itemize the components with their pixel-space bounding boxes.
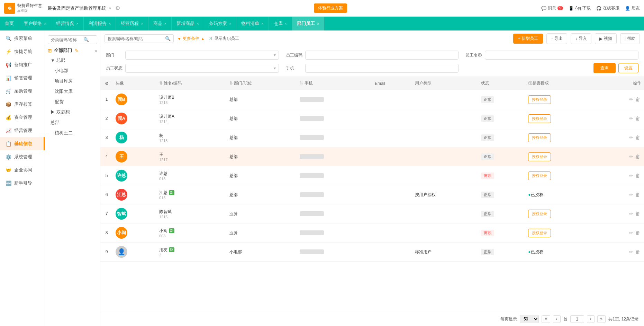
edit-icon-6[interactable]: ✏ [629,211,633,217]
nav-tab-利润报告[interactable]: 利润报告× [84,17,116,30]
nav-tab-物料清单[interactable]: 物料清单× [236,17,269,30]
sidebar-item-basic[interactable]: 📋基础信息 [0,137,45,150]
sidebar-item-inventory[interactable]: 📦库存核算 [0,98,45,111]
close-tab-icon[interactable]: × [109,21,111,26]
dept-edit-icon[interactable]: ✎ [75,48,79,53]
message-item[interactable]: 💬 消息 5 [541,5,563,11]
col-name[interactable]: ⇅ 姓名/编码 [156,77,227,90]
nav-tab-客户联络[interactable]: 客户联络× [19,17,51,30]
delete-icon-7[interactable]: 🗑 [635,230,640,236]
all-dept-label[interactable]: 全部部门 [54,47,72,54]
search-input[interactable] [108,36,163,41]
dept-tree-item-2[interactable]: 项目库房 [45,76,100,86]
page-input[interactable] [570,315,584,323]
sidebar-item-quick[interactable]: ⚡快捷导航 [0,45,45,58]
sidebar-item-sales[interactable]: 📊销售管理 [0,71,45,85]
auth-button-7[interactable]: 授权登录 [528,229,551,237]
delete-icon-1[interactable]: 🗑 [635,116,640,121]
dept-grid-icon[interactable]: ⊞ [48,48,52,53]
app-download-item[interactable]: 📱 App下载 [569,5,591,11]
delete-icon-4[interactable]: 🗑 [635,173,640,178]
show-inactive-checkbox[interactable]: ☑ [208,36,212,41]
search-button[interactable]: 查询 [593,63,616,73]
system-dropdown-icon[interactable]: ▾ [109,6,111,11]
close-tab-icon[interactable]: × [229,21,231,26]
add-employee-button[interactable]: + 新增员工 [513,34,543,44]
edit-icon-2[interactable]: ✏ [629,135,633,140]
dept-tree-item-3[interactable]: 沈阳大库 [45,86,100,97]
more-filter-btn[interactable]: ▼ 更多条件 ▲ [177,36,205,42]
delete-icon-5[interactable]: 🗑 [635,192,640,197]
view-button[interactable]: ▶ 视频 [595,33,617,44]
edit-icon-4[interactable]: ✏ [629,173,633,178]
close-tab-icon[interactable]: × [285,21,287,26]
sidebar-item-system[interactable]: ⚙️系统管理 [0,150,45,164]
close-tab-icon[interactable]: × [317,21,319,26]
col-phone[interactable]: ⇅ 手机 [297,77,372,90]
edit-icon-1[interactable]: ✏ [629,116,633,121]
dept-tree-item-7[interactable]: 植树王二 [45,128,100,138]
auth-button-2[interactable]: 授权登录 [528,133,551,142]
online-service-item[interactable]: 🎧 在线客服 [596,5,619,11]
dept-tree-item-6[interactable]: 总部 [45,117,100,128]
dept-search-icon[interactable]: 🔍 [83,37,89,42]
auth-button-3[interactable]: 授权登录 [528,152,551,161]
import-button[interactable]: ↓ 导入 [571,33,591,44]
dept-filter-select[interactable]: ▾ [125,51,279,60]
sidebar-item-finance[interactable]: 💰资金管理 [0,111,45,124]
nav-tab-商品[interactable]: 商品× [148,17,172,30]
sidebar-item-operation[interactable]: 📈经营管理 [0,124,45,137]
prev-page-btn[interactable]: ‹ [553,315,561,323]
delete-icon-6[interactable]: 🗑 [635,211,640,217]
col-settings[interactable]: ⚙ [100,77,113,90]
nav-tab-经营历程[interactable]: 经营历程× [116,17,148,30]
dept-tree-item-5[interactable]: ▶ 双鹿想 [45,107,100,117]
delete-icon-8[interactable]: 🗑 [635,249,640,255]
sidebar-item-purchase[interactable]: 🛒采购管理 [0,85,45,98]
nav-tab-仓库[interactable]: 仓库× [269,17,292,30]
auth-button-4[interactable]: 授权登录 [528,171,551,180]
delete-icon-2[interactable]: 🗑 [635,135,640,140]
nav-tab-部门员工[interactable]: 部门员工× [292,17,324,30]
auth-button-1[interactable]: 授权登录 [528,114,551,123]
delete-icon-3[interactable]: 🗑 [635,154,640,159]
close-tab-icon[interactable]: × [76,21,78,26]
dept-collapse-btn[interactable]: « [94,48,97,53]
show-inactive-wrap[interactable]: ☑ 显示离职员工 [208,36,239,42]
close-tab-icon[interactable]: × [44,21,46,26]
empstatus-filter-select[interactable]: ▾ [125,64,279,73]
first-page-btn[interactable]: « [542,315,550,323]
export-button[interactable]: ↑ 导出 [546,33,567,44]
empname-filter-input[interactable] [485,51,638,60]
close-tab-icon[interactable]: × [164,21,166,26]
sidebar-item-marketing[interactable]: 📢营销推广 [0,58,45,71]
next-page-btn[interactable]: › [587,315,595,323]
settings-button[interactable]: 设置 [618,63,638,73]
sidebar-item-search[interactable]: 🔍搜索菜单 [0,32,45,45]
edit-icon-5[interactable]: ✏ [629,192,633,197]
phone-filter-input[interactable] [305,64,459,73]
col-dept[interactable]: ⇅ 部门/职位 [227,77,297,90]
dept-search-input[interactable] [51,37,82,42]
settings-icon[interactable]: ⚙ [115,5,120,11]
sidebar-item-guide[interactable]: 🆕新手引导 [0,177,45,190]
empcode-filter-input[interactable] [305,51,459,60]
auth-button-0[interactable]: 授权登录 [528,95,551,104]
dept-tree-item-0[interactable]: ▼ 总部 [45,55,100,65]
user-item[interactable]: 👤 用友 [625,5,640,11]
delete-icon-0[interactable]: 🗑 [635,97,640,102]
dept-tree-item-1[interactable]: 小电部 [45,65,100,76]
last-page-btn[interactable]: » [597,315,606,323]
edit-icon-0[interactable]: ✏ [629,97,633,102]
help-button[interactable]: | 帮助 [620,33,640,44]
nav-tab-条码方案[interactable]: 条码方案× [204,17,236,30]
dept-tree-item-4[interactable]: 配货 [45,97,100,107]
per-page-select[interactable]: 50 100 [520,315,539,323]
edit-icon-3[interactable]: ✏ [629,154,633,159]
close-tab-icon[interactable]: × [261,21,263,26]
close-tab-icon[interactable]: × [197,21,199,26]
sidebar-item-enterprise[interactable]: 🤝企业协同 [0,164,45,177]
nav-tab-经营情况[interactable]: 经营情况× [51,17,83,30]
trial-button[interactable]: 体验行业方案 [314,3,347,13]
edit-icon-8[interactable]: ✏ [629,249,633,255]
